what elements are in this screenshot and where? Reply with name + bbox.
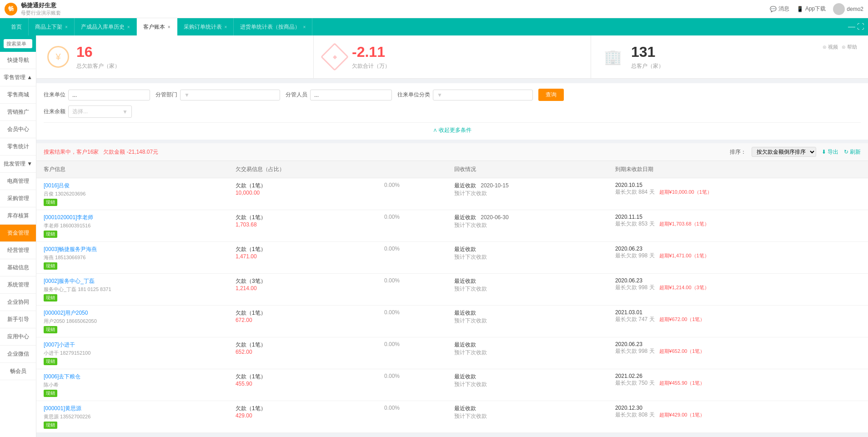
tab-home[interactable]: 首页 [5,18,29,35]
tab-customer-account[interactable]: 客户账本 × [137,18,177,35]
customer-sub-3: 服务中心_丁磊 181 0125 8371 [44,286,221,293]
app-download-btn[interactable]: 📱 App下载 [797,5,826,13]
sidebar-item-inventory[interactable]: 库存核算 [0,207,36,225]
customer-name-link-0[interactable]: [0016]吕俊 [44,182,221,190]
tab-product-listing[interactable]: 商品上下架 × [29,18,75,35]
next-collect-label-7: 预计下次收款 [454,412,601,420]
debt-amount-5[interactable]: 652.00 [236,349,370,355]
video-help-btn[interactable]: ⊙ 视频 [823,44,838,50]
overdue-link-4[interactable]: 超期¥672.00（1笔） [659,316,705,322]
sidebar-item-quick-nav[interactable]: 快捷导航 [0,52,36,69]
stat-label-total-customers: 总客户（家） [631,62,664,70]
customer-tag-0: 现销 [44,199,57,206]
sidebar-item-member-center[interactable]: 会员中心 [0,121,36,138]
customer-name-link-1[interactable]: [0001020001]李老师 [44,214,221,221]
search-input[interactable] [4,39,32,48]
refresh-btn[interactable]: ↻ 刷新 [844,148,861,156]
customer-tag-1: 现销 [44,231,57,238]
tab-inbound-stats[interactable]: 进货单统计表（按商品） × [234,18,312,35]
user-menu[interactable]: demo2 [833,3,863,15]
filter-input-customer[interactable]: ... [68,90,150,100]
filter-area: 往来单位 ... 分管部门 ▼ 分管人员 ... [36,83,868,140]
tab-close-inbound-history[interactable]: × [127,25,130,30]
tab-close-customer-account[interactable]: × [168,25,171,30]
sidebar-item-new-guide[interactable]: 新手引导 [0,311,36,328]
sidebar-item-system[interactable]: 系统管理 [0,276,36,294]
sidebar-item-ecommerce[interactable]: 电商管理 [0,173,36,190]
tab-inbound-history[interactable]: 产成品入库单历史 × [75,18,137,35]
tab-close-inbound-stats[interactable]: × [303,25,306,30]
filter-label-customer: 往来单位 [44,91,65,99]
sidebar-item-purchase[interactable]: 采购管理 [0,190,36,207]
sidebar-item-member[interactable]: 畅会员 [0,363,36,380]
tab-minimize-icon[interactable]: — [848,23,855,31]
filter-item-balance: 往来余额 选择... ▼ [44,105,132,118]
sidebar-item-wechat[interactable]: 企业微信 [0,346,36,363]
overdue-link-2[interactable]: 超期¥1,471.00（1笔） [659,253,709,258]
table-row: [0001020001]李老师 李老师 18600391516 现销 欠款（1笔… [36,210,868,242]
customer-name-link-5[interactable]: [0007]小进干 [44,341,221,349]
overdue-link-0[interactable]: 超期¥10,000.00（1笔） [659,189,712,195]
max-overdue-6: 最长欠款 750 天 超期¥455.90（1笔） [615,379,861,387]
filter-item-customer: 往来单位 ... [44,90,150,100]
customer-name-link-4[interactable]: [000002]用户2050 [44,309,221,317]
export-btn[interactable]: ⬇ 导出 [822,148,838,156]
debt-amount-4[interactable]: 672.00 [236,317,370,323]
sidebar-item-enterprise[interactable]: 企业协同 [0,294,36,311]
table-row: [0006]去下粮仓 陈小希 现销 欠款（1笔） 455.90 0.00% 最近… [36,369,868,401]
customer-name-link-7[interactable]: [000001]黄思源 [44,405,221,412]
sort-label: 排序： [730,148,746,156]
sidebar-item-retail-stats[interactable]: 零售统计 [0,138,36,156]
debt-amount-0[interactable]: 10,000.00 [236,190,370,196]
overdue-link-7[interactable]: 超期¥429.00（1笔） [659,412,705,417]
due-date-1: 2020.11.15 [615,214,861,220]
debt-amount-7[interactable]: 429.00 [236,412,370,419]
cell-collect-5: 最近收款 预计下次收款 [447,337,608,369]
debt-label-1: 欠款（1笔） [236,214,370,221]
sidebar-item-wholesale-mgmt[interactable]: 批发管理 ▼ [0,156,36,173]
overdue-link-3[interactable]: 超期¥1,214.00（3笔） [659,285,709,290]
tab-maximize-icon[interactable]: ⛶ [857,23,864,31]
sidebar-item-app-center[interactable]: 应用中心 [0,328,36,346]
max-overdue-4: 最长欠款 747 天 超期¥672.00（1笔） [615,316,861,323]
recent-collect-label-5: 最近收款 [454,341,601,349]
cell-customer-2: [0003]畅捷服务尹海燕 海燕 18513066976 现销 [36,242,228,274]
customer-name-link-2[interactable]: [0003]畅捷服务尹海燕 [44,246,221,253]
doc-help-btn[interactable]: ⊙ 帮助 [842,44,857,50]
sidebar-item-operation[interactable]: 经营管理 [0,242,36,259]
stat-card-debt-total: ◆ -2.11 欠款合计（万） [314,35,591,78]
stat-value-debt-total: -2.11 [352,44,390,60]
collapse-btn[interactable]: ∧ 收起更多条件 [433,127,472,133]
sort-select[interactable]: 按欠款金额倒序排序 [752,147,816,157]
debt-amount-2[interactable]: 1,471.00 [236,253,370,260]
filter-input-person[interactable]: ... [310,90,392,100]
filter-select-balance[interactable]: 选择... ▼ [68,105,132,118]
customer-name-link-3[interactable]: [0002]服务中心_丁磊 [44,277,221,285]
filter-input-category[interactable]: ▼ [433,90,533,100]
debt-amount-1[interactable]: 1,703.68 [236,221,370,228]
overdue-link-5[interactable]: 超期¥652.00（1笔） [659,348,705,354]
debt-amount-3[interactable]: 1,214.00 [236,285,370,291]
sidebar-item-basic-info[interactable]: 基础信息 [0,259,36,276]
sidebar-item-retail-mgmt[interactable]: 零售管理 ▲ [0,69,36,86]
search-button[interactable]: 查询 [538,89,564,101]
tab-purchase-stats[interactable]: 采购订单统计表 × [177,18,234,35]
overdue-link-1[interactable]: 超期¥1,703.68（1笔） [659,221,709,226]
sidebar-item-finance[interactable]: 资金管理 [0,225,36,242]
sidebar-item-marketing[interactable]: 营销推广 [0,104,36,121]
sidebar-item-retail-store[interactable]: 零售商城 [0,86,36,104]
customer-name-link-6[interactable]: [0006]去下粮仓 [44,373,221,381]
cell-debt-info-6: 欠款（1笔） 455.90 [228,369,377,401]
message-btn[interactable]: 💬 消息 [770,5,789,13]
overdue-link-6[interactable]: 超期¥455.90（1笔） [659,380,705,386]
filter-label-dept: 分管部门 [156,91,177,99]
debt-amount-6[interactable]: 455.90 [236,381,370,387]
table-row: [000002]用户2050 用户2050 18665062050 现销 欠款（… [36,306,868,337]
cell-due-date-4: 2021.03.01 最长欠款 747 天 超期¥672.00（1笔） [608,306,868,337]
building-icon: 🏢 [602,46,624,68]
due-date-0: 2020.10.15 [615,182,861,188]
tab-close-product-listing[interactable]: × [65,25,68,30]
filter-input-dept[interactable]: ▼ [180,90,280,100]
max-overdue-2: 最长欠款 998 天 超期¥1,471.00（1笔） [615,252,861,260]
tab-close-purchase-stats[interactable]: × [225,25,227,30]
